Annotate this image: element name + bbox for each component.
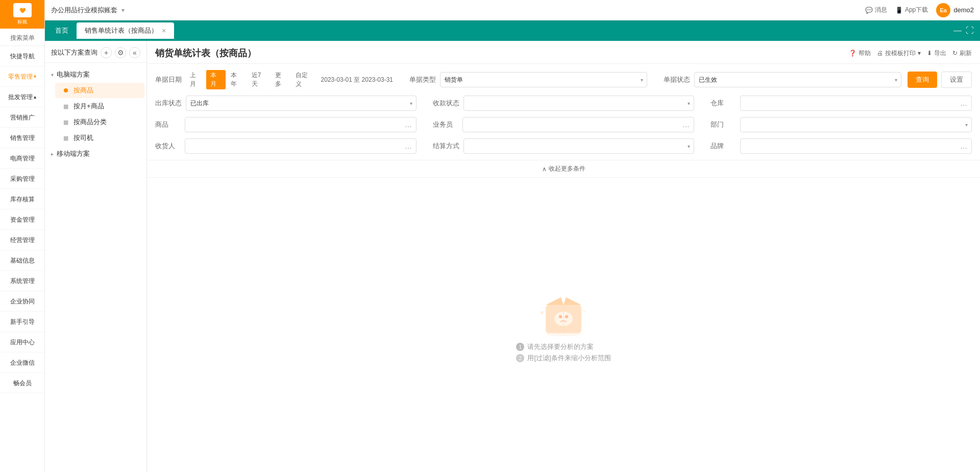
date-tab-this-month[interactable]: 本月 <box>206 70 226 89</box>
filter-area: 单据日期 上月 本月 本年 近7天 更多 自定义 2023-03-01 至 20… <box>147 64 980 160</box>
sidebar-item-purchase[interactable]: 采购管理 <box>0 169 44 189</box>
help-btn[interactable]: ❓ 帮助 <box>849 49 871 58</box>
filter-row-1: 单据日期 上月 本月 本年 近7天 更多 自定义 2023-03-01 至 20… <box>155 70 972 89</box>
brand-select[interactable] <box>740 138 972 154</box>
tree-child-driver[interactable]: ▦ 按司机 <box>55 130 144 146</box>
page-title: 销货单统计表（按商品） <box>155 47 256 59</box>
sidebar-item-inventory[interactable]: 库存核算 <box>0 189 44 209</box>
tab-controls: — ⛶ <box>953 26 978 35</box>
main-area: 办公用品行业模拟账套 ▾ 💬 消息 📱 App下载 Ea demo2 首页 <box>45 0 980 472</box>
date-tab-custom[interactable]: 自定义 <box>291 70 316 89</box>
tab-minimize-btn[interactable]: — <box>953 26 962 35</box>
sidebar-item-enterprise[interactable]: 企业协同 <box>0 291 44 312</box>
sidebar-item-finance[interactable]: 资金管理 <box>0 209 44 230</box>
warehouse-dots-icon: … <box>960 99 968 107</box>
warehouse-select[interactable] <box>740 96 972 111</box>
collapse-panel-btn[interactable]: « <box>129 47 140 58</box>
app-download-btn[interactable]: 📱 App下载 <box>895 6 928 14</box>
date-tab-this-year[interactable]: 本年 <box>227 70 246 89</box>
sidebar-item-sales[interactable]: 销售管理 <box>0 128 44 148</box>
tab-home[interactable]: 首页 <box>47 22 77 39</box>
receiver-select[interactable] <box>185 138 416 154</box>
user-profile[interactable]: Ea demo2 <box>936 3 974 17</box>
sidebar-item-quick-nav[interactable]: 快捷导航 <box>0 46 44 66</box>
filter-department: 部门 ▾ <box>710 117 972 132</box>
stock-out-select[interactable]: 已出库 <box>186 96 416 111</box>
payment-select[interactable] <box>463 96 694 111</box>
export-btn[interactable]: ⬇ 导出 <box>927 49 946 58</box>
receiver-dots-icon: … <box>405 142 412 150</box>
sidebar-item-basic-info[interactable]: 基础信息 <box>0 250 44 271</box>
sidebar-item-marketing[interactable]: 营销推广 <box>0 107 44 128</box>
date-tab-last-month[interactable]: 上月 <box>186 70 205 89</box>
stock-out-arrow-icon: ▾ <box>410 101 412 106</box>
date-filter-controls: 上月 本月 本年 近7天 更多 自定义 2023-03-01 至 2023-03… <box>186 70 393 89</box>
filter-doc-status: 单据状态 已生效 ▾ <box>664 72 901 87</box>
sidebar-item-beginner[interactable]: 新手引导 <box>0 312 44 332</box>
stock-out-label: 出库状态 <box>155 99 182 108</box>
tree-child-month-goods[interactable]: ▦ 按月+商品 <box>55 99 144 114</box>
sidebar-item-member[interactable]: 畅会员 <box>0 373 44 393</box>
brand-select-wrapper: … <box>740 138 972 154</box>
sidebar-item-wechat[interactable]: 企业微信 <box>0 352 44 373</box>
page-header: 销货单统计表（按商品） ❓ 帮助 🖨 按模板打印 ▾ ⬇ 导出 <box>147 41 980 64</box>
salesperson-select[interactable] <box>462 117 694 132</box>
message-btn[interactable]: 💬 消息 <box>865 6 887 14</box>
tree-child-goods-category[interactable]: ▦ 按商品分类 <box>55 114 144 130</box>
filter-row-4: 收货人 … 结算方式 <box>155 138 972 154</box>
page-actions: ❓ 帮助 🖨 按模板打印 ▾ ⬇ 导出 ↻ 刷新 <box>849 49 972 58</box>
help-icon: ❓ <box>849 50 856 57</box>
sidebar: 🧡 标账 搜索菜单 快捷导航 零售管理 ▾ 批发管理 ▴ 营销推广 销售管理 电… <box>0 0 45 472</box>
receiver-select-wrapper: … <box>185 138 416 154</box>
salesperson-dots-icon: … <box>682 121 690 129</box>
expand-icon-wholesale: ▴ <box>34 94 36 100</box>
sidebar-item-wholesale[interactable]: 批发管理 ▴ <box>0 87 44 107</box>
search-menu[interactable]: 搜索菜单 <box>0 29 44 46</box>
header-title: 办公用品行业模拟账套 <box>51 6 117 15</box>
settings-btn[interactable]: 设置 <box>941 72 972 88</box>
header-right: 💬 消息 📱 App下载 Ea demo2 <box>865 3 974 17</box>
date-tab-more[interactable]: 更多 <box>271 70 290 89</box>
doc-type-arrow-icon: ▾ <box>641 77 643 83</box>
tree-child-by-goods[interactable]: 按商品 <box>55 83 144 98</box>
left-panel-header: 按以下方案查询 + ⚙ « <box>45 41 146 63</box>
sidebar-item-operations[interactable]: 经营管理 <box>0 230 44 250</box>
svg-point-5 <box>541 311 544 314</box>
tab-sales-stats[interactable]: 销售单统计表（按商品） × <box>77 22 174 39</box>
brand-label: 品牌 <box>710 141 736 151</box>
settings-scheme-btn[interactable]: ⚙ <box>115 47 126 58</box>
sidebar-item-app-center[interactable]: 应用中心 <box>0 332 44 352</box>
left-panel: 按以下方案查询 + ⚙ « ▾ 电脑端方案 按商品 ▦ <box>45 41 147 472</box>
sidebar-item-system[interactable]: 系统管理 <box>0 271 44 291</box>
refresh-btn[interactable]: ↻ 刷新 <box>952 49 972 58</box>
stock-out-select-wrapper: 已出库 ▾ <box>186 96 416 111</box>
goods-label: 商品 <box>155 120 181 129</box>
empty-illustration <box>533 287 594 338</box>
add-scheme-btn[interactable]: + <box>101 47 112 58</box>
doc-status-select[interactable]: 已生效 <box>694 72 901 87</box>
header-dropdown-icon[interactable]: ▾ <box>121 7 125 14</box>
download-icon: 📱 <box>895 7 903 14</box>
payment-select-wrapper: ▾ <box>463 96 694 111</box>
sidebar-item-ecommerce[interactable]: 电商管理 <box>0 148 44 169</box>
doc-type-select[interactable]: 销货单 <box>440 72 647 87</box>
empty-tips: 1 请先选择要分析的方案 2 用[过滤]条件来缩小分析范围 <box>516 342 610 363</box>
filter-row-3: 商品 … 业务员 <box>155 117 972 132</box>
tab-maximize-btn[interactable]: ⛶ <box>966 26 974 35</box>
header-left: 办公用品行业模拟账套 ▾ <box>51 6 125 15</box>
driver-icon: ▦ <box>61 133 70 143</box>
filter-receiver: 收货人 … <box>155 138 416 154</box>
print-btn[interactable]: 🖨 按模板打印 ▾ <box>877 49 921 58</box>
right-panel: 销货单统计表（按商品） ❓ 帮助 🖨 按模板打印 ▾ ⬇ 导出 <box>147 41 980 472</box>
department-select[interactable] <box>740 117 972 132</box>
tree-parent-mobile[interactable]: ▸ 移动端方案 <box>45 146 146 161</box>
sidebar-item-retail[interactable]: 零售管理 ▾ <box>0 66 44 87</box>
tab-close-btn[interactable]: × <box>162 27 166 34</box>
query-btn[interactable]: 查询 <box>908 72 937 88</box>
active-dot-icon <box>61 86 70 95</box>
collapse-conditions-btn[interactable]: ∧ 收起更多条件 <box>542 164 585 173</box>
settlement-select[interactable] <box>463 138 694 154</box>
tree-parent-pc[interactable]: ▾ 电脑端方案 <box>45 67 146 82</box>
goods-select[interactable] <box>185 117 416 132</box>
date-tab-7days[interactable]: 近7天 <box>248 70 270 89</box>
